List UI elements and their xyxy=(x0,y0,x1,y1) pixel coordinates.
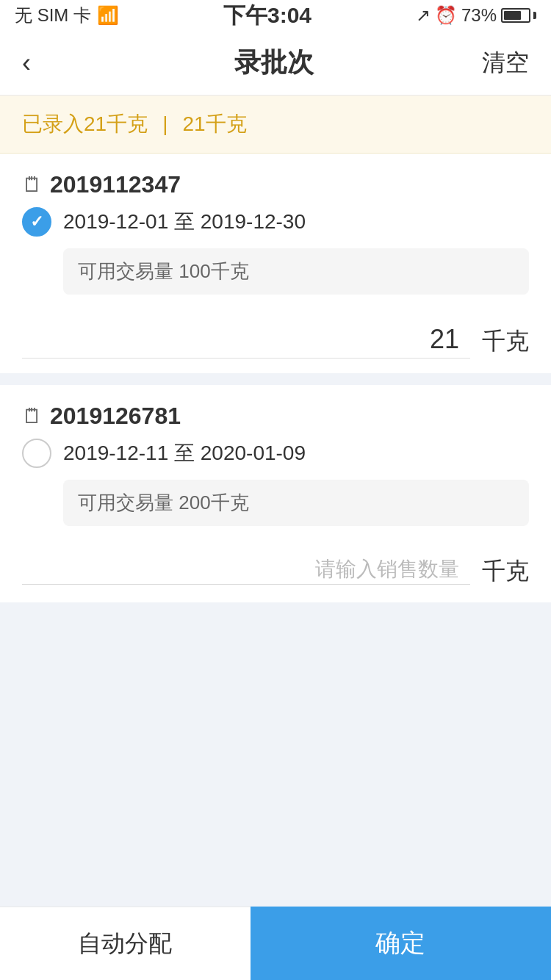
batch-2-unit: 千克 xyxy=(482,555,529,588)
summary-divider: | xyxy=(162,112,168,136)
status-bar: 无 SIM 卡 📶 下午3:04 ↗ ⏰ 73% xyxy=(0,0,551,31)
battery-pct: 73% xyxy=(461,5,497,26)
batch-1-date-row[interactable]: ✓ 2019-12-01 至 2019-12-30 xyxy=(22,207,529,237)
batch-1-unit: 千克 xyxy=(482,325,529,358)
batch-1-date: 2019-12-01 至 2019-12-30 xyxy=(63,208,306,236)
batch-2-underline xyxy=(22,558,470,585)
alarm-icon: ⏰ xyxy=(435,5,457,26)
status-left: 无 SIM 卡 📶 xyxy=(15,4,119,27)
auto-distribute-button[interactable]: 自动分配 xyxy=(0,907,251,980)
batch-2-quantity-row: 千克 xyxy=(0,541,551,602)
batch-2-radio[interactable] xyxy=(22,439,51,468)
batch-1-underline xyxy=(22,324,470,359)
batch-icon-2: 🗒 xyxy=(22,404,43,428)
battery-indicator xyxy=(501,8,536,23)
summary-recorded: 已录入21千克 xyxy=(22,110,148,138)
page-title: 录批次 xyxy=(234,45,314,81)
no-sim-text: 无 SIM 卡 xyxy=(15,4,91,27)
summary-total: 21千克 xyxy=(182,110,246,138)
wifi-icon: 📶 xyxy=(97,5,119,26)
confirm-button[interactable]: 确定 xyxy=(251,907,551,980)
summary-bar: 已录入21千克 | 21千克 xyxy=(0,96,551,154)
batch-1-radio[interactable]: ✓ xyxy=(22,207,51,237)
status-right: ↗ ⏰ 73% xyxy=(416,5,536,26)
check-icon-1: ✓ xyxy=(30,212,43,231)
batch-icon-1: 🗒 xyxy=(22,173,43,197)
batch-2-number: 2019126781 xyxy=(50,403,181,430)
batch-2-available: 可用交易量 200千克 xyxy=(63,480,529,526)
batch-1-quantity-input[interactable] xyxy=(382,324,470,355)
bottom-bar: 自动分配 确定 xyxy=(0,907,551,980)
batch-2-date: 2019-12-11 至 2020-01-09 xyxy=(63,439,306,467)
batch-1-quantity-row: 千克 xyxy=(0,309,551,373)
batch-1-header: 🗒 2019112347 xyxy=(22,171,529,198)
section-divider xyxy=(0,373,551,385)
status-time: 下午3:04 xyxy=(223,1,311,31)
batch-item-1: 🗒 2019112347 ✓ 2019-12-01 至 2019-12-30 可… xyxy=(0,154,551,373)
batch-2-header: 🗒 2019126781 xyxy=(22,403,529,430)
location-icon: ↗ xyxy=(416,5,431,26)
batch-2-quantity-input[interactable] xyxy=(279,558,470,581)
back-button[interactable]: ‹ xyxy=(22,48,66,79)
empty-area xyxy=(0,602,551,918)
batch-item-2: 🗒 2019126781 2019-12-11 至 2020-01-09 可用交… xyxy=(0,385,551,602)
batch-2-date-row[interactable]: 2019-12-11 至 2020-01-09 xyxy=(22,439,529,468)
clear-button[interactable]: 清空 xyxy=(482,47,529,79)
batch-1-available: 可用交易量 100千克 xyxy=(63,248,529,295)
nav-bar: ‹ 录批次 清空 xyxy=(0,31,551,96)
batch-1-number: 2019112347 xyxy=(50,171,181,198)
